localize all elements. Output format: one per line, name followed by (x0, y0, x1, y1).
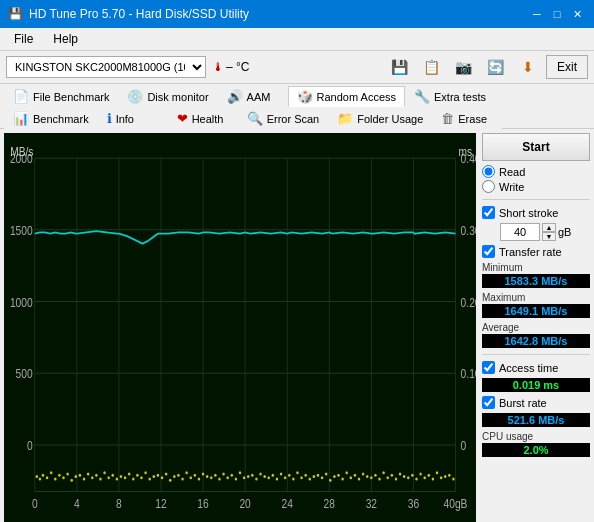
short-stroke-checkbox-label[interactable]: Short stroke (482, 206, 590, 219)
tab-random-access[interactable]: 🎲 Random Access (288, 86, 405, 107)
svg-point-120 (358, 477, 360, 480)
tab-error-scan[interactable]: 🔍 Error Scan (238, 108, 329, 129)
tab-info[interactable]: ℹ Info (98, 108, 168, 129)
spinbox-down-button[interactable]: ▼ (542, 232, 556, 241)
svg-point-99 (272, 474, 274, 477)
svg-point-48 (62, 476, 64, 479)
spinbox-up-button[interactable]: ▲ (542, 223, 556, 232)
short-stroke-checkbox[interactable] (482, 206, 495, 219)
read-radio-label[interactable]: Read (482, 165, 590, 178)
svg-text:1500: 1500 (10, 224, 33, 237)
svg-point-42 (39, 477, 41, 480)
download-icon-button[interactable]: ⬇ (514, 55, 542, 79)
menu-file[interactable]: File (8, 30, 39, 48)
menu-bar: File Help (0, 28, 594, 51)
svg-point-74 (169, 479, 171, 482)
svg-point-64 (128, 472, 130, 475)
svg-text:12: 12 (155, 497, 166, 510)
read-radio[interactable] (482, 165, 495, 178)
svg-text:500: 500 (16, 367, 33, 380)
cpu-usage-value: 2.0% (482, 443, 590, 457)
svg-point-128 (391, 474, 393, 477)
svg-point-105 (296, 471, 298, 474)
access-time-label: Access time (499, 362, 558, 374)
tab-info-label: Info (116, 113, 134, 125)
svg-text:ms: ms (459, 145, 473, 158)
access-time-checkbox-label[interactable]: Access time (482, 361, 590, 374)
tab-erase[interactable]: 🗑 Erase (432, 108, 502, 129)
svg-point-112 (325, 472, 327, 475)
svg-point-123 (370, 476, 372, 479)
access-time-value: 0.019 ms (482, 378, 590, 392)
transfer-rate-checkbox[interactable] (482, 245, 495, 258)
write-radio[interactable] (482, 180, 495, 193)
drive-selector[interactable]: KINGSTON SKC2000M81000G (1000 gB) (6, 56, 206, 78)
tab-disk-monitor[interactable]: 💿 Disk monitor (118, 86, 217, 107)
refresh-icon-button[interactable]: 🔄 (482, 55, 510, 79)
access-time-checkbox[interactable] (482, 361, 495, 374)
svg-point-79 (190, 476, 192, 479)
options-group: Short stroke ▲ ▼ gB Transfer rate (482, 206, 590, 258)
tab-file-benchmark[interactable]: 📄 File Benchmark (4, 86, 118, 107)
camera-icon-button[interactable]: 📷 (450, 55, 478, 79)
thermometer-icon: 🌡 (212, 60, 224, 74)
svg-point-110 (317, 474, 319, 477)
svg-point-98 (267, 476, 269, 479)
tab-aam[interactable]: 🔊 AAM (218, 86, 288, 107)
svg-text:1000: 1000 (10, 296, 33, 309)
burst-rate-checkbox-label[interactable]: Burst rate (482, 396, 590, 409)
svg-point-73 (165, 472, 167, 475)
write-label: Write (499, 181, 524, 193)
extra-tests-icon: 🔧 (414, 89, 430, 104)
minimum-value: 1583.3 MB/s (482, 274, 590, 288)
svg-point-131 (403, 475, 405, 478)
tab-health[interactable]: ❤ Health (168, 108, 238, 129)
menu-help[interactable]: Help (47, 30, 84, 48)
aam-icon: 🔊 (227, 89, 243, 104)
svg-point-85 (214, 474, 216, 477)
tab-folder-usage[interactable]: 📁 Folder Usage (328, 108, 432, 129)
svg-point-67 (140, 476, 142, 479)
svg-text:0: 0 (461, 439, 467, 452)
average-label: Average (482, 322, 590, 333)
svg-point-51 (75, 475, 77, 478)
svg-point-59 (107, 476, 109, 479)
clipboard-icon-button[interactable]: 📋 (418, 55, 446, 79)
average-value: 1642.8 MB/s (482, 334, 590, 348)
svg-point-115 (337, 474, 339, 477)
save-icon-button[interactable]: 💾 (386, 55, 414, 79)
svg-point-141 (444, 475, 446, 478)
svg-point-124 (374, 474, 376, 477)
start-button[interactable]: Start (482, 133, 590, 161)
svg-point-126 (382, 471, 384, 474)
spinbox-buttons: ▲ ▼ (542, 223, 556, 241)
close-button[interactable]: ✕ (568, 5, 586, 23)
maximize-button[interactable]: □ (548, 5, 566, 23)
health-icon: ❤ (177, 111, 188, 126)
svg-point-142 (448, 474, 450, 477)
svg-point-43 (42, 474, 44, 477)
exit-button[interactable]: Exit (546, 55, 588, 79)
write-radio-label[interactable]: Write (482, 180, 590, 193)
burst-rate-checkbox[interactable] (482, 396, 495, 409)
app-icon: 💾 (8, 7, 23, 21)
svg-point-81 (198, 477, 200, 480)
minimize-button[interactable]: ─ (528, 5, 546, 23)
window-title: HD Tune Pro 5.70 - Hard Disk/SSD Utility (29, 7, 249, 21)
benchmark-icon: 📊 (13, 111, 29, 126)
transfer-rate-checkbox-label[interactable]: Transfer rate (482, 245, 590, 258)
access-time-stat: 0.019 ms (482, 378, 590, 392)
svg-text:8: 8 (116, 497, 122, 510)
tab-benchmark[interactable]: 📊 Benchmark (4, 108, 98, 129)
svg-point-138 (432, 477, 434, 480)
svg-point-136 (423, 476, 425, 479)
svg-point-119 (354, 474, 356, 477)
svg-point-134 (415, 477, 417, 480)
short-stroke-spinbox[interactable] (500, 223, 540, 241)
svg-point-77 (181, 477, 183, 480)
svg-point-93 (247, 475, 249, 478)
svg-point-47 (58, 474, 60, 477)
tab-extra-tests[interactable]: 🔧 Extra tests (405, 86, 495, 107)
maximum-label: Maximum (482, 292, 590, 303)
svg-point-118 (350, 476, 352, 479)
